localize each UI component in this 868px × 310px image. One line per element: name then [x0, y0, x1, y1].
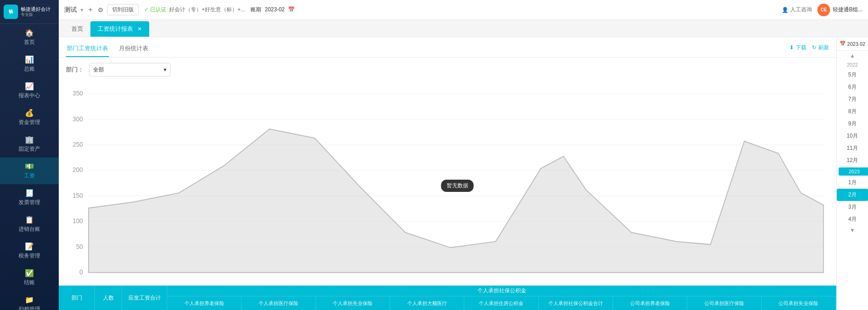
service-button[interactable]: 👤 人工咨询 [782, 6, 812, 14]
header-dropdown-icon[interactable]: ▾ [80, 7, 83, 13]
user-menu[interactable]: CE 轻捷通B组... [817, 4, 863, 16]
th-col-个人承担养老保险: 个人承担养老保险 [167, 296, 241, 310]
sidebar-item-固定资产[interactable]: 🏢固定资产 [0, 131, 59, 157]
svg-text:200: 200 [73, 166, 83, 174]
main-area: 测试 ▾ ＋ ⚙ 切到旧版 ✓ 已认证 好会计（专）+好生意（标）+... 账期… [59, 0, 868, 310]
th-col-个人承担住房公积金: 个人承担住房公积金 [464, 296, 538, 310]
month-item-5月[interactable]: 5月 [837, 69, 868, 81]
svg-text:100: 100 [73, 217, 83, 225]
months-list: 20225月6月7月8月9月10月11月12月20231月2月3月4月 [837, 61, 868, 225]
right-panel: 📅 2023.02 ▲ 20225月6月7月8月9月10月11月12月20231… [836, 37, 868, 310]
sub-tab-dept[interactable]: 部门工资统计表 [66, 42, 109, 57]
sidebar-item-报表中心[interactable]: 📈报表中心 [0, 77, 59, 104]
th-col-个人承担社保公积金合计: 个人承担社保公积金合计 [539, 296, 613, 310]
sub-tab-month[interactable]: 月份统计表 [118, 42, 149, 57]
dept-select[interactable]: 全部 ▾ [89, 63, 170, 76]
sidebar-nav: 🏠首页📊总账📈报表中心💰资金管理🏢固定资产💵工资🧾发票管理📋进销台账📝税务管理✅… [0, 24, 59, 310]
tabs-bar: 首页 工资统计报表 ✕ [59, 20, 868, 37]
sidebar-item-进销台账[interactable]: 📋进销台账 [0, 211, 59, 238]
service-icon: 👤 [782, 7, 788, 13]
th-dept: 部门 [59, 286, 95, 310]
refresh-button[interactable]: ↻ 刷新 [812, 44, 829, 52]
year-display: 📅 2023.02 [837, 37, 868, 51]
month-item-11月[interactable]: 11月 [837, 142, 868, 154]
month-item-2月[interactable]: 2月 [837, 189, 868, 201]
sidebar-item-发票管理[interactable]: 🧾发票管理 [0, 184, 59, 211]
month-item-8月[interactable]: 8月 [837, 105, 868, 118]
tab-home[interactable]: 首页 [64, 21, 90, 37]
filter-row: 部门： 全部 ▾ [59, 57, 836, 82]
year-down-button[interactable]: ▼ [837, 225, 868, 235]
sidebar-item-结账[interactable]: ✅结账 [0, 264, 59, 291]
sidebar-item-税务管理[interactable]: 📝税务管理 [0, 238, 59, 264]
certified-badge: ✓ 已认证 [144, 6, 166, 14]
th-col-个人承担失业保险: 个人承担失业保险 [316, 296, 390, 310]
svg-text:300: 300 [73, 115, 83, 123]
header-settings-icon[interactable]: ⚙ [98, 6, 104, 14]
svg-text:350: 350 [73, 90, 83, 97]
sub-tab-actions: ⬇ 下载 ↻ 刷新 [789, 44, 829, 55]
month-item-6月[interactable]: 6月 [837, 81, 868, 93]
header: 测试 ▾ ＋ ⚙ 切到旧版 ✓ 已认证 好会计（专）+好生意（标）+... 账期… [59, 0, 868, 20]
svg-text:50: 50 [76, 243, 83, 250]
filter-label: 部门： [66, 66, 84, 74]
badges-text: 好会计（专）+好生意（标）+... [169, 6, 245, 14]
user-name: 轻捷通B组... [833, 6, 863, 14]
sidebar-item-资金管理[interactable]: 💰资金管理 [0, 104, 59, 131]
logo-text: 畅捷通好会计 专业版 [21, 6, 51, 18]
header-right: 👤 人工咨询 CE 轻捷通B组... [782, 4, 863, 16]
th-count: 人数 [95, 286, 122, 310]
year-up-button[interactable]: ▲ [837, 51, 868, 61]
chevron-down-icon: ▾ [164, 67, 166, 73]
month-item-1月[interactable]: 1月 [837, 176, 868, 189]
svg-text:150: 150 [73, 191, 83, 199]
month-item-4月[interactable]: 4月 [837, 213, 868, 225]
download-icon: ⬇ [789, 44, 794, 51]
chart-svg: 350 300 250 200 150 100 50 0 [66, 86, 829, 281]
month-item-12月[interactable]: 12月 [837, 154, 868, 167]
month-item-3月[interactable]: 3月 [837, 201, 868, 213]
header-badges: ✓ 已认证 好会计（专）+好生意（标）+... [144, 6, 245, 14]
th-personal-insurance-group: 个人承担社保公积金 [167, 286, 836, 296]
th-col-个人承担大额医疗: 个人承担大额医疗 [390, 296, 464, 310]
table-header: 部门 人数 应发工资合计 个人承担社保公积金 个人承担养老保险个人承担医疗保险个… [59, 286, 836, 310]
sidebar-item-首页[interactable]: 🏠首页 [0, 24, 59, 51]
sidebar-item-归档管理[interactable]: 📁归档管理 [0, 291, 59, 310]
logo-icon: 畅 [4, 5, 18, 19]
calendar-icon[interactable]: 📅 [288, 6, 295, 13]
sidebar: 畅 畅捷通好会计 专业版 🏠首页📊总账📈报表中心💰资金管理🏢固定资产💵工资🧾发票… [0, 0, 59, 310]
header-title: 测试 [64, 6, 77, 14]
month-item-10月[interactable]: 10月 [837, 130, 868, 142]
th-total-salary: 应发工资合计 [122, 286, 167, 310]
header-add-button[interactable]: ＋ [87, 5, 94, 14]
tab-close-icon[interactable]: ✕ [137, 26, 142, 32]
svg-text:250: 250 [73, 141, 83, 148]
month-item-7月[interactable]: 7月 [837, 93, 868, 105]
svg-text:0: 0 [80, 268, 83, 276]
sidebar-item-总账[interactable]: 📊总账 [0, 51, 59, 77]
current-year-label: 2023 [839, 167, 868, 176]
th-col-公司承担医疗保险: 公司承担医疗保险 [687, 296, 761, 310]
sidebar-item-工资[interactable]: 💵工资 [0, 157, 59, 184]
sub-tabs: 部门工资统计表 月份统计表 ⬇ 下载 ↻ 刷新 [59, 37, 836, 57]
tab-salary-report[interactable]: 工资统计报表 ✕ [90, 21, 149, 37]
prev-year-label: 2022 [837, 61, 868, 69]
switch-old-version-button[interactable]: 切到旧版 [107, 4, 139, 15]
refresh-icon: ↻ [812, 44, 816, 51]
content-area: 部门工资统计表 月份统计表 ⬇ 下载 ↻ 刷新 部门： 全部 [59, 37, 836, 310]
th-col-公司承担养老保险: 公司承担养老保险 [613, 296, 687, 310]
th-col-公司承担失业保险: 公司承担失业保险 [762, 296, 836, 310]
chart-container: 350 300 250 200 150 100 50 0 [59, 82, 836, 286]
month-item-9月[interactable]: 9月 [837, 118, 868, 130]
header-period: 账期 2023-02 📅 [250, 6, 295, 14]
th-col-个人承担医疗保险: 个人承担医疗保险 [241, 296, 316, 310]
calendar-small-icon: 📅 [840, 41, 846, 47]
sidebar-logo[interactable]: 畅 畅捷通好会计 专业版 [0, 0, 59, 24]
user-avatar: CE [817, 4, 830, 16]
download-button[interactable]: ⬇ 下载 [789, 44, 807, 52]
th-group-cols: 个人承担养老保险个人承担医疗保险个人承担失业保险个人承担大额医疗个人承担住房公积… [167, 296, 836, 310]
